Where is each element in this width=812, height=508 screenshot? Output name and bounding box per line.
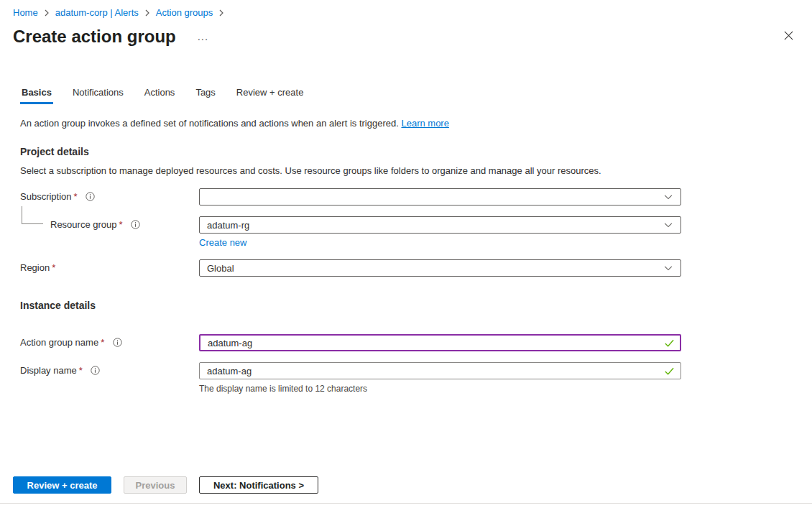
valid-check-icon — [664, 338, 675, 348]
action-group-name-row: Action group name* — [20, 334, 812, 351]
subscription-dropdown[interactable] — [199, 188, 681, 205]
instance-details-heading: Instance details — [20, 300, 812, 311]
breadcrumb-home[interactable]: Home — [13, 7, 38, 18]
region-row: Region* Global — [20, 259, 812, 277]
subscription-control — [199, 188, 681, 205]
resource-group-row: Resource group* adatum-rg Create new — [20, 216, 812, 249]
next-notifications-button[interactable]: Next: Notifications > — [199, 476, 318, 494]
title-row: Create action group ... — [13, 27, 812, 47]
footer-actions: Review + create Previous Next: Notificat… — [13, 476, 318, 494]
valid-check-icon — [664, 366, 675, 377]
required-asterisk: * — [74, 191, 78, 202]
breadcrumb-action-groups[interactable]: Action groups — [156, 7, 213, 18]
info-icon[interactable] — [91, 366, 100, 375]
tab-bar: Basics Notifications Actions Tags Review… — [20, 87, 812, 104]
create-action-group-page: Home adatum-corp | Alerts Action groups … — [0, 0, 812, 508]
region-dropdown[interactable]: Global — [199, 259, 681, 277]
hierarchy-connector — [22, 206, 43, 224]
chevron-right-icon — [144, 9, 151, 17]
tab-notifications[interactable]: Notifications — [71, 87, 125, 104]
page-title: Create action group — [13, 27, 176, 47]
region-value: Global — [207, 263, 234, 274]
project-details-description: Select a subscription to manage deployed… — [20, 165, 812, 176]
region-control: Global — [199, 259, 681, 277]
display-name-helper: The display name is limited to 12 charac… — [199, 384, 681, 394]
required-asterisk: * — [101, 337, 104, 348]
action-group-name-label: Action group name* — [20, 334, 199, 351]
resource-group-value: adatum-rg — [207, 220, 249, 231]
info-icon[interactable] — [86, 192, 95, 201]
resource-group-dropdown[interactable]: adatum-rg — [199, 216, 681, 234]
page-bottom-divider — [0, 503, 812, 504]
info-icon[interactable] — [131, 220, 140, 229]
resource-group-label: Resource group* — [20, 216, 199, 234]
more-options-icon[interactable]: ... — [198, 33, 209, 40]
chevron-right-icon — [43, 9, 50, 17]
intro-text: An action group invokes a defined set of… — [20, 118, 812, 129]
required-asterisk: * — [52, 262, 55, 273]
tab-tags[interactable]: Tags — [194, 87, 216, 104]
required-asterisk: * — [79, 365, 83, 376]
tab-review-create[interactable]: Review + create — [235, 87, 305, 104]
region-label: Region* — [20, 259, 199, 277]
close-icon[interactable] — [784, 31, 793, 40]
previous-button[interactable]: Previous — [124, 476, 187, 494]
chevron-right-icon — [218, 9, 225, 17]
tab-basics[interactable]: Basics — [20, 87, 53, 104]
resource-group-control: adatum-rg Create new — [199, 216, 681, 249]
chevron-down-icon — [663, 220, 673, 230]
subscription-label: Subscription* — [20, 188, 199, 205]
review-create-button[interactable]: Review + create — [13, 476, 111, 494]
subscription-row: Subscription* — [20, 188, 812, 205]
required-asterisk: * — [119, 219, 123, 230]
action-group-name-input[interactable] — [199, 334, 681, 351]
display-name-input[interactable] — [199, 362, 681, 379]
basics-form: Subscription* Resource group* — [20, 188, 812, 394]
create-new-link[interactable]: Create new — [199, 237, 246, 248]
info-icon[interactable] — [113, 338, 122, 347]
display-name-label: Display name* — [20, 362, 199, 379]
chevron-down-icon — [663, 263, 673, 273]
breadcrumb: Home adatum-corp | Alerts Action groups — [0, 0, 812, 18]
project-details-heading: Project details — [20, 146, 812, 157]
intro-description: An action group invokes a defined set of… — [20, 118, 399, 129]
display-name-row: Display name* The display name is limite… — [20, 362, 812, 394]
display-name-control: The display name is limited to 12 charac… — [199, 362, 681, 394]
tab-actions[interactable]: Actions — [143, 87, 177, 104]
learn-more-link[interactable]: Learn more — [401, 118, 448, 129]
action-group-name-control — [199, 334, 681, 351]
chevron-down-icon — [663, 192, 673, 202]
breadcrumb-alerts[interactable]: adatum-corp | Alerts — [55, 7, 139, 18]
